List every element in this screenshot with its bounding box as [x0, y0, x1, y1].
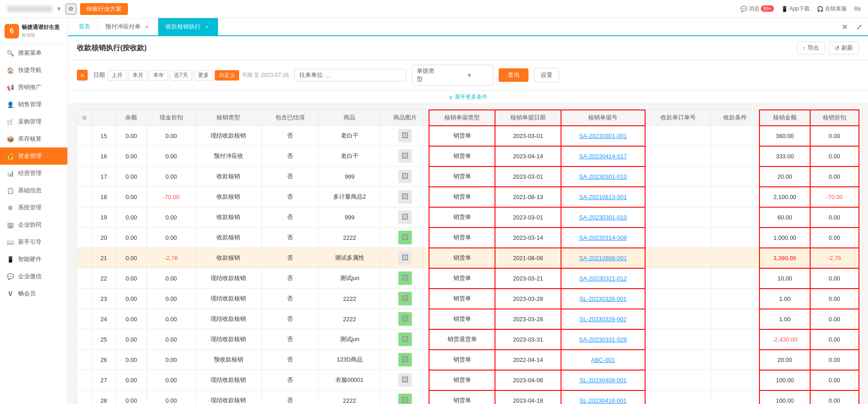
th-include-settled: 包含已结清: [261, 110, 319, 126]
message-icon: 💬: [741, 6, 747, 12]
td-cash-discount: 0.00: [147, 289, 195, 309]
time-btn-custom[interactable]: 自定义: [215, 70, 239, 81]
td-goods: 老白干: [319, 146, 381, 166]
user-name[interactable]: Rit: [854, 6, 861, 12]
partner-input-field[interactable]: [326, 72, 401, 79]
time-btn-this-year[interactable]: 本年: [149, 70, 168, 81]
online-service[interactable]: 🎧 在线客服: [817, 5, 847, 13]
time-btn-this-month[interactable]: 本月: [128, 70, 147, 81]
bill-no-link[interactable]: SA-20210808-001: [579, 255, 627, 261]
bill-no-link[interactable]: SA-20230301-010: [579, 173, 627, 180]
td-writeoff-discount: 0.00: [810, 350, 859, 370]
td-bill-report-date: 2023-03-01: [495, 126, 561, 146]
goods-thumb: 🖼: [398, 149, 412, 163]
bill-no-link[interactable]: ABC-001: [591, 356, 615, 363]
bill-no-link[interactable]: SA-20230301-010: [579, 214, 627, 221]
bill-no-link[interactable]: SA-20230301-001: [579, 133, 627, 139]
sidebar-item-purchase[interactable]: 🛒 采购管理: [0, 113, 67, 130]
td-goods: 2222: [319, 390, 381, 404]
sidebar-item-quicknav[interactable]: 🏠 快捷导航: [0, 62, 67, 79]
bill-no-link[interactable]: SA-20230321-012: [579, 275, 627, 282]
dropdown-arrow[interactable]: ▼: [56, 5, 62, 12]
tab-prepay-close[interactable]: ×: [143, 23, 151, 30]
sidebar-item-smart[interactable]: 📱 智能硬件: [0, 251, 67, 268]
th-cash-discount: 现金折扣: [147, 110, 195, 126]
sidebar-item-member[interactable]: V 畅会员: [0, 285, 67, 302]
close-tab-btn[interactable]: ✕: [839, 21, 850, 32]
sidebar-item-marketing[interactable]: 📢 营销推广: [0, 79, 67, 96]
sidebar-label-quicknav: 快捷导航: [18, 66, 42, 74]
table-settings-icon[interactable]: ⚙: [82, 114, 87, 121]
tab-home[interactable]: 首页: [71, 18, 98, 35]
td-writeoff-amount: -2,430.00: [760, 329, 810, 350]
filter-partner-input[interactable]: 往来单位: [294, 69, 406, 81]
filter-toggle-btn[interactable]: »: [77, 70, 88, 81]
goods-thumb: 🖼: [398, 190, 412, 204]
td-writeoff-type: 收款核销: [195, 187, 261, 207]
sidebar-item-wechat[interactable]: 💬 企业微信: [0, 268, 67, 285]
sidebar-item-system[interactable]: ⚙ 系统管理: [0, 199, 67, 216]
td-goods-img: 🖼: [381, 309, 429, 329]
td-receipt-condition: [711, 228, 760, 248]
sidebar-item-basic[interactable]: 📋 基础信息: [0, 182, 67, 199]
bill-no-link[interactable]: SL-20230328-002: [580, 316, 627, 323]
td-writeoff-type: 收款核销: [195, 248, 261, 268]
tab-prepay-label: 预付冲应付单: [105, 23, 141, 31]
sidebar-label-smart: 智能硬件: [18, 255, 42, 263]
sidebar-item-guide[interactable]: 📖 新手引导: [0, 233, 67, 251]
home-icon: 🏠: [6, 66, 14, 74]
app-download[interactable]: 📱 App下载: [781, 5, 810, 13]
td-goods-img: 🖼: [381, 268, 429, 289]
bill-no-link[interactable]: SA-20230331-026: [579, 336, 627, 343]
td-receipt-order-no: [645, 228, 711, 248]
sidebar-item-sales[interactable]: 👤 销售管理: [0, 96, 67, 113]
bill-no-link[interactable]: SL-20230418-001: [580, 397, 627, 404]
td-receipt-order-no: [645, 268, 711, 289]
sidebar-item-search[interactable]: 🔍 搜索菜单: [0, 44, 67, 62]
td-cash-discount: 0.00: [147, 350, 195, 370]
goods-thumb: 🖼: [398, 312, 412, 326]
export-icon: ↑: [803, 45, 806, 52]
bill-no-link[interactable]: SA-20210813-001: [579, 194, 627, 200]
td-balance: 0.00: [116, 126, 147, 146]
table-row: 27 0.00 0.00 现结收款核销 否 衣服00001 🖼 销货单 2023…: [77, 370, 859, 390]
time-btn-more[interactable]: 更多: [194, 70, 213, 81]
td-bill-report-type: 销货退货单: [429, 329, 495, 350]
time-btn-7days[interactable]: 近7天: [170, 70, 192, 81]
table-row: 16 0.00 0.00 预付冲应收 否 老白干 🖼 销货单 2023-04-1…: [77, 146, 859, 166]
sidebar-label-search: 搜索菜单: [18, 49, 42, 57]
td-balance: 0.00: [116, 370, 147, 390]
industry-solution-btn[interactable]: 休验行业方案: [80, 3, 128, 15]
sidebar-item-operation[interactable]: 📊 经营管理: [0, 165, 67, 182]
td-balance: 0.00: [116, 268, 147, 289]
td-bill-report-date: 2023-03-28: [495, 289, 561, 309]
tab-collection[interactable]: 收款核销执行 ×: [158, 18, 218, 35]
filter-settings-btn[interactable]: 设置: [534, 68, 559, 82]
filter-bill-type[interactable]: 单据类型 ▼: [412, 65, 493, 86]
sidebar-item-finance[interactable]: 💰 资金管理: [0, 147, 67, 165]
td-settings: [77, 350, 92, 370]
sidebar: 6 畅捷通谱好生意 标准版 🔍 搜索菜单 🏠 快捷导航 📢 营销推广 👤 销售管…: [0, 18, 68, 404]
sidebar-item-enterprise[interactable]: 🏢 企业协同: [0, 216, 67, 233]
td-bill-report-date: 2023-04-18: [495, 390, 561, 404]
bill-no-link[interactable]: SL-20230408-001: [580, 377, 627, 384]
expand-tab-btn[interactable]: ⤢: [854, 21, 864, 32]
refresh-btn[interactable]: ↺ 刷新: [829, 42, 859, 54]
td-seq: 25: [92, 329, 116, 350]
td-receipt-condition: [711, 289, 760, 309]
messages-area[interactable]: 💬 消息 99+: [741, 5, 774, 13]
bill-no-link[interactable]: SA-20230314-008: [579, 234, 627, 241]
bill-no-link[interactable]: SA-20230414-017: [579, 153, 627, 160]
sidebar-item-inventory[interactable]: 📦 库存核算: [0, 130, 67, 147]
chevron-down-icon: ∨: [449, 94, 453, 100]
operation-icon: 📊: [6, 169, 14, 177]
expand-conditions-btn[interactable]: ∨ 展开更多条件: [449, 93, 487, 101]
export-btn[interactable]: ↑ 导出: [797, 42, 826, 54]
bill-no-link[interactable]: SL-20230328-001: [580, 295, 627, 302]
sidebar-label-purchase: 采购管理: [18, 118, 42, 126]
settings-gear-btn[interactable]: ⚙: [66, 4, 76, 14]
tab-prepay[interactable]: 预付冲应付单 ×: [98, 18, 158, 35]
query-btn[interactable]: 查询: [499, 68, 528, 82]
tab-collection-close[interactable]: ×: [203, 23, 211, 30]
time-btn-last-month[interactable]: 上月: [108, 70, 127, 81]
